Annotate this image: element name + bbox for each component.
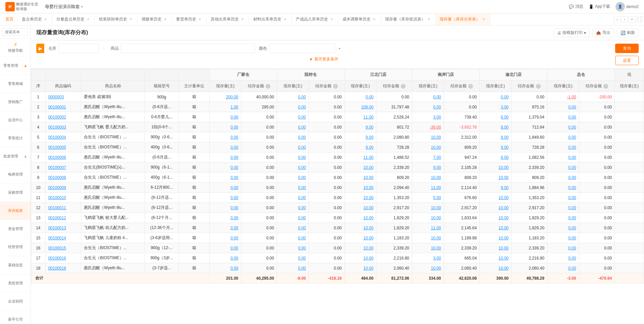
cell-na-qty[interactable]: 10.00 xyxy=(412,142,444,152)
org-selector[interactable]: 母婴行业演示陈套 ▾ xyxy=(45,4,83,10)
cell-mc-qty[interactable]: 0.00 xyxy=(277,132,309,142)
nav-tab-1[interactable]: 分量盘点单历史 × xyxy=(52,13,95,26)
cell-code[interactable]: 00100014 xyxy=(45,233,81,243)
cell-jb-qty[interactable]: 10.00 xyxy=(344,223,376,233)
cell-na-qty[interactable]: -39.00 xyxy=(412,122,444,132)
cell-total-qty[interactable]: -1.00 xyxy=(547,92,579,102)
close-tab-7-icon[interactable]: × xyxy=(329,17,334,22)
cell-yb-qty[interactable]: 8.00 xyxy=(480,132,512,142)
cell-fc-qty[interactable]: 1.00 xyxy=(209,102,241,112)
cell-fc-qty[interactable]: 0.00 xyxy=(209,243,241,253)
nav-next-arrow[interactable]: › xyxy=(621,16,628,23)
cell-fc-qty[interactable]: 0.00 xyxy=(209,203,241,213)
cell-na-qty[interactable]: 10.00 xyxy=(412,263,444,273)
cell-na-qty[interactable]: 7.00 xyxy=(412,152,444,163)
cell-jb-qty[interactable]: 10.00 xyxy=(344,263,376,273)
cell-jb-qty[interactable]: 10.00 xyxy=(344,243,376,253)
cell-code[interactable]: 00100012 xyxy=(45,213,81,223)
user-menu[interactable]: 👤 demo2 xyxy=(615,2,639,11)
cell-total-qty[interactable]: 0.00 xyxy=(547,253,579,263)
cell-total-qty[interactable]: 0.00 xyxy=(547,263,579,273)
warehouse-input[interactable] xyxy=(58,44,99,53)
cell-total-qty[interactable]: 0.00 xyxy=(547,233,579,243)
yb-amt-info-icon[interactable]: i xyxy=(536,84,541,89)
nav-tab-5[interactable]: 其他出库单历史 × xyxy=(207,13,249,26)
cell-yb-qty[interactable]: 10.00 xyxy=(480,223,512,233)
print-button[interactable]: 🖨 按模版打印 ▾ xyxy=(553,28,590,37)
cell-fc-qty[interactable]: 0.00 xyxy=(209,263,241,273)
nav-tab-3[interactable]: 调拨单历史 × xyxy=(138,13,172,26)
cell-na-qty[interactable]: 0.00 xyxy=(412,92,444,102)
nav-expand-arrow[interactable]: ⛶ xyxy=(636,16,643,23)
close-tab-8-icon[interactable]: × xyxy=(372,17,377,22)
nav-tab-2[interactable]: 组装拆卸单历史 × xyxy=(95,13,138,26)
close-tab-1-icon[interactable]: × xyxy=(86,17,91,22)
cell-total-qty[interactable]: 0.00 xyxy=(547,142,579,152)
cell-fc-qty[interactable]: 0.00 xyxy=(209,193,241,203)
sidebar-item-retail-stats[interactable]: 零售统计 xyxy=(0,129,31,147)
cell-na-qty[interactable]: 10.00 xyxy=(412,213,444,223)
sidebar-item-marketing[interactable]: 营销推广 xyxy=(0,93,31,111)
cell-mc-qty[interactable]: 0.00 xyxy=(277,163,309,173)
cell-yb-qty[interactable]: 10.00 xyxy=(480,193,512,203)
filter-toggle-button[interactable]: ▶ xyxy=(36,44,44,53)
nav-tab-0[interactable]: 盘点单历史 × xyxy=(18,13,52,26)
nav-prev-arrow[interactable]: ‹ xyxy=(614,16,621,23)
cell-code[interactable]: 00100010 xyxy=(45,193,81,203)
sidebar-item-member[interactable]: 会员中心 xyxy=(0,111,31,129)
sidebar-item-enterprise[interactable]: 企业协同 xyxy=(0,292,31,311)
cell-total-qty[interactable]: 0.00 xyxy=(547,243,579,253)
cell-code[interactable]: 00100011 xyxy=(45,203,81,213)
cell-total-qty[interactable]: 0.00 xyxy=(547,203,579,213)
color-input[interactable] xyxy=(269,44,336,53)
cell-yb-qty[interactable]: 8.00 xyxy=(480,152,512,163)
cell-jb-qty[interactable]: 9.00 xyxy=(344,132,376,142)
cell-total-qty[interactable]: 0.00 xyxy=(547,213,579,223)
cell-jb-qty[interactable]: 9.00 xyxy=(344,122,376,132)
cell-total-qty[interactable]: 0.00 xyxy=(547,132,579,142)
close-tab-0-icon[interactable]: × xyxy=(43,17,48,22)
cell-yb-qty[interactable]: 3.00 xyxy=(480,102,512,112)
sidebar-item-ecommerce[interactable]: 电商管理 xyxy=(0,166,31,184)
cell-na-qty[interactable]: 11.00 xyxy=(412,183,444,193)
cell-yb-qty[interactable]: 0.00 xyxy=(480,92,512,102)
cell-yb-qty[interactable]: 10.00 xyxy=(480,233,512,243)
sidebar-item-basic-info[interactable]: 基础信息 xyxy=(0,256,31,274)
cell-mc-qty[interactable]: 0.00 xyxy=(277,243,309,253)
expand-conditions-button[interactable]: ▼ 展开更多条件 xyxy=(306,55,341,63)
cell-mc-qty[interactable]: 0.00 xyxy=(277,253,309,263)
cell-fc-qty[interactable]: 200.00 xyxy=(209,92,241,102)
cell-yb-qty[interactable]: 10.00 xyxy=(480,213,512,223)
product-input[interactable]: babycare孕妇待产包 春季入院全套母子组合孕妇产后冬季月子用品 22件套 … xyxy=(121,44,255,53)
close-tab-10-icon[interactable]: × xyxy=(481,17,486,22)
cell-fc-qty[interactable]: 0.00 xyxy=(209,152,241,163)
nav-close-arrow[interactable]: × xyxy=(629,16,635,23)
cell-code[interactable]: 00100008 xyxy=(45,173,81,183)
cell-yb-qty[interactable]: 8.00 xyxy=(480,122,512,132)
cell-yb-qty[interactable]: 9.00 xyxy=(480,142,512,152)
cell-fc-qty[interactable]: 0.00 xyxy=(209,253,241,263)
cell-total-qty[interactable]: 0.00 xyxy=(547,122,579,132)
cell-jb-qty[interactable]: 109.00 xyxy=(344,102,376,112)
cell-total-qty[interactable]: 0.00 xyxy=(547,223,579,233)
sidebar-search-input[interactable] xyxy=(3,28,28,36)
cell-total-qty[interactable]: 0.00 xyxy=(547,183,579,193)
cell-na-qty[interactable]: 3.00 xyxy=(412,253,444,263)
cell-mc-qty[interactable]: 0.00 xyxy=(277,102,309,112)
cell-fc-qty[interactable]: 0.00 xyxy=(209,173,241,183)
cell-mc-qty[interactable]: 0.00 xyxy=(277,193,309,203)
cell-code[interactable]: 00100001 xyxy=(45,102,81,112)
sidebar-item-finance[interactable]: 资金管理 xyxy=(0,220,31,238)
cell-code[interactable]: 00100003 xyxy=(45,122,81,132)
cell-mc-qty[interactable]: 0.00 xyxy=(277,263,309,273)
cell-yb-qty[interactable]: 9.00 xyxy=(480,183,512,193)
cell-jb-qty[interactable]: 10.00 xyxy=(344,193,376,203)
cell-mc-qty[interactable]: 0.00 xyxy=(277,92,309,102)
sidebar-item-retail-mgmt[interactable]: 零售管理 ▲ xyxy=(0,57,31,75)
cell-total-qty[interactable]: 0.00 xyxy=(547,173,579,183)
close-tab-5-icon[interactable]: × xyxy=(240,17,245,22)
cell-fc-qty[interactable]: 0.00 xyxy=(209,163,241,173)
settings-button[interactable]: 设置 xyxy=(615,56,639,65)
sidebar-item-wholesale[interactable]: 批发管理 ▲ xyxy=(0,147,31,166)
cell-na-qty[interactable]: 10.00 xyxy=(412,203,444,213)
